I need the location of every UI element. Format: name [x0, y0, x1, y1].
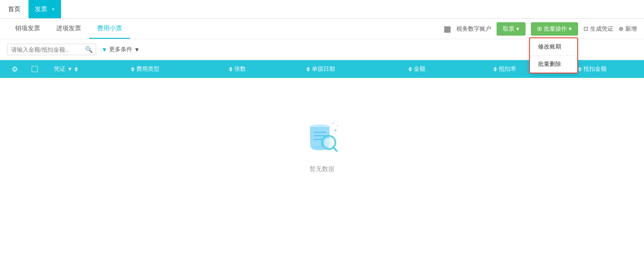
batch-op-label: 批量操作: [544, 25, 567, 33]
th-amount-sort[interactable]: [408, 67, 412, 72]
svg-line-7: [333, 147, 337, 151]
th-amount-label: 金额: [414, 65, 425, 73]
take-invoice-button[interactable]: 取票 ▾: [497, 22, 526, 36]
sort-up-icon: [229, 67, 232, 69]
tab-purchase-invoice[interactable]: 进项发票: [48, 19, 89, 39]
sub-tabs-bar: 销项发票 进项发票 费用小票 ▦ 税务数字账户 取票 ▾ ⊞: [0, 19, 644, 39]
svg-point-6: [324, 138, 333, 147]
th-voucher[interactable]: 凭证 ▼: [44, 65, 88, 73]
th-deduct-rate-sort[interactable]: [493, 67, 497, 72]
th-expense-sort[interactable]: [131, 67, 135, 72]
more-conditions-chevron: ▼: [134, 46, 140, 53]
gen-voucher-icon: ⊡: [583, 25, 588, 32]
top-nav: 首页 发票 ×: [0, 0, 644, 19]
th-deduct-amount-sort[interactable]: [578, 67, 582, 72]
sort-up-icon: [306, 67, 310, 69]
qr-button[interactable]: ▦: [444, 24, 451, 34]
batch-op-dropdown: 修改账期 批量删除: [529, 37, 578, 73]
svg-point-10: [337, 126, 338, 127]
filter-funnel-icon: ▼: [102, 46, 107, 53]
sort-down-icon: [229, 69, 232, 72]
th-settings[interactable]: ⚙: [4, 65, 26, 73]
more-conditions-button[interactable]: ▼ 更多条件 ▼: [102, 45, 140, 53]
add-button[interactable]: ⊕ 新增: [619, 25, 637, 33]
sort-up-icon: [74, 67, 78, 69]
content-area: 销项发票 进项发票 费用小票 ▦ 税务数字账户 取票 ▾ ⊞: [0, 19, 644, 260]
empty-state-icon: [300, 114, 344, 158]
qr-icon: ▦: [444, 24, 451, 34]
search-icon: 🔍: [85, 46, 93, 53]
sort-up-icon: [131, 67, 135, 69]
gen-voucher-button[interactable]: ⊡ 生成凭证: [583, 25, 613, 33]
svg-point-8: [312, 146, 328, 150]
nav-home[interactable]: 首页: [0, 0, 29, 18]
tab-expense-receipt[interactable]: 费用小票: [89, 19, 130, 39]
th-amount[interactable]: 金额: [369, 65, 465, 73]
th-date-label: 单据日期: [312, 65, 335, 73]
batch-op-icon: ⊞: [537, 25, 542, 32]
svg-point-9: [334, 130, 337, 132]
th-deduct-rate-label: 抵扣率: [499, 65, 516, 73]
batch-op-chevron: ▾: [569, 25, 572, 32]
sort-down-icon: [408, 69, 412, 72]
take-invoice-label: 取票: [503, 25, 514, 33]
tab-sales-invoice[interactable]: 销项发票: [7, 19, 48, 39]
dropdown-item-modify-period[interactable]: 修改账期: [530, 38, 577, 55]
empty-state-text: 暂无数据: [310, 165, 334, 173]
th-date-sort[interactable]: [306, 67, 310, 72]
svg-point-11: [332, 122, 334, 124]
add-icon: ⊕: [619, 25, 624, 32]
settings-gear-icon: ⚙: [12, 65, 18, 73]
sort-down-icon: [74, 69, 78, 72]
tax-digital-account[interactable]: 税务数字账户: [457, 25, 491, 33]
sub-tabs-left: 销项发票 进项发票 费用小票: [7, 19, 130, 39]
empty-state: 暂无数据: [0, 78, 644, 209]
nav-tab-close[interactable]: ×: [52, 6, 55, 12]
sub-tabs-right: ▦ 税务数字账户 取票 ▾ ⊞ 批量操作 ▾ 修改账期 批量删除: [444, 22, 637, 36]
sort-down-icon: [578, 69, 582, 72]
dropdown-item-batch-delete[interactable]: 批量删除: [530, 56, 577, 73]
th-voucher-filter-icon: ▼: [67, 66, 73, 72]
th-count-sort[interactable]: [229, 67, 232, 72]
add-label: 新增: [625, 25, 637, 33]
sort-up-icon: [408, 67, 412, 69]
more-conditions-label: 更多条件: [109, 45, 132, 53]
th-count[interactable]: 张数: [203, 65, 272, 73]
sort-up-icon: [493, 67, 497, 69]
header-checkbox[interactable]: [32, 66, 38, 72]
th-date[interactable]: 单据日期: [272, 65, 369, 73]
th-expense-type[interactable]: 费用类型: [88, 65, 203, 73]
th-count-label: 张数: [234, 65, 246, 73]
search-input[interactable]: [11, 46, 82, 53]
search-input-wrap[interactable]: 🔍: [7, 44, 96, 55]
take-invoice-chevron: ▾: [516, 25, 519, 32]
batch-op-container: ⊞ 批量操作 ▾ 修改账期 批量删除: [531, 22, 578, 36]
th-deduct-amount-label: 抵扣金额: [583, 65, 607, 73]
sort-down-icon: [306, 69, 310, 72]
th-checkbox[interactable]: [26, 66, 44, 72]
th-voucher-label: 凭证: [54, 65, 65, 73]
sort-up-icon: [578, 67, 582, 69]
batch-op-button[interactable]: ⊞ 批量操作 ▾: [531, 22, 578, 36]
th-voucher-sort[interactable]: [74, 67, 78, 72]
nav-tab-invoice-label: 发票: [35, 5, 47, 13]
sort-down-icon: [493, 69, 497, 72]
th-expense-type-label: 费用类型: [136, 65, 159, 73]
nav-tab-invoice[interactable]: 发票 ×: [29, 0, 61, 18]
gen-voucher-label: 生成凭证: [590, 25, 613, 33]
sort-down-icon: [131, 69, 135, 72]
